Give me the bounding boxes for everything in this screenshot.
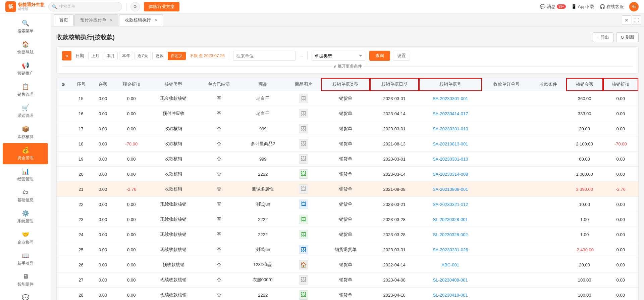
bill-no-link[interactable]: SA-20230301-010 (433, 126, 468, 131)
message-btn[interactable]: 💬 消息 99+ (540, 4, 566, 10)
data-table-container: ⚙ 序号 余额 现金折扣 核销类型 包含已结清 商品 商品图片 核销单据类型 核… (56, 78, 639, 300)
sales-icon: 📋 (22, 83, 29, 90)
date-btn-more[interactable]: 更多 (152, 52, 166, 60)
export-icon: ↑ (597, 35, 599, 40)
th-settings: ⚙ (57, 78, 70, 91)
sidebar-item-purchase[interactable]: 🛒 采购管理 (0, 101, 51, 122)
data-table: ⚙ 序号 余额 现金折扣 核销类型 包含已结清 商品 商品图片 核销单据类型 核… (57, 78, 638, 300)
expand-more-row[interactable]: ∨ 展开更多条件 (62, 63, 633, 69)
th-cancel-type: 核销类型 (149, 78, 198, 91)
tab-close-btn[interactable]: ✕ (622, 15, 631, 25)
sidebar-item-marketing[interactable]: 📢 营销推广 (0, 58, 51, 80)
page-content: 收款核销执行(按收款) ↑ 导出 ↻ 刷新 » (51, 27, 644, 300)
sidebar-item-wechat[interactable]: 💬 企业微信 (0, 291, 51, 300)
settings-btn[interactable]: 设置 (393, 51, 410, 61)
date-range-text: 不限 至 2023-07-26 (190, 53, 225, 59)
table-row: 160.000.00预付冲应收否老白干🖼销货单2023-04-14SA-2023… (57, 106, 638, 121)
sidebar-item-quicknav[interactable]: 🏠 快捷导航 (0, 37, 51, 58)
main-layout: 🔍 搜索菜单 🏠 快捷导航 📢 营销推广 📋 销售管理 🛒 采购管理 📦 库存核… (0, 13, 644, 300)
product-thumbnail: 🖼 (299, 290, 308, 300)
page-title-bar: 收款核销执行(按收款) ↑ 导出 ↻ 刷新 (56, 32, 639, 42)
bill-no-link[interactable]: SA-20230331-026 (433, 247, 468, 252)
filter-expand-btn[interactable]: » (62, 51, 71, 60)
product-thumbnail: 🖼 (299, 200, 308, 209)
partner-input[interactable] (233, 51, 296, 61)
trial-btn[interactable]: 体验行业方案 (144, 2, 179, 11)
sidebar-item-guide[interactable]: 📖 新手引导 (0, 249, 51, 270)
tab-home[interactable]: 首页 (54, 14, 74, 26)
home-icon: 🏠 (22, 41, 29, 48)
bill-no-link[interactable]: SA-20230314-008 (433, 172, 468, 177)
logo-icon: 畅 (5, 1, 16, 12)
inventory-icon: 📦 (22, 125, 29, 133)
refresh-icon: ↻ (621, 35, 624, 40)
product-thumbnail: 🖼 (299, 154, 308, 164)
enterprise-icon: 🤝 (22, 231, 29, 238)
th-balance: 余额 (92, 78, 114, 91)
th-include-settled: 包含已结清 (198, 78, 240, 91)
table-row: 240.000.00现续收款核销否2222🖼销货单2023-03-28SL-20… (57, 227, 638, 242)
online-service-btn[interactable]: 🎧 在线客服 (600, 4, 624, 10)
sidebar-item-basic-info[interactable]: 🗂 基础信息 (0, 185, 51, 206)
table-row: 220.000.00现续收款核销否测试jun🖼销货单2023-03-21SA-2… (57, 197, 638, 212)
th-cancel-discount: 核销折扣 (603, 78, 638, 91)
export-btn[interactable]: ↑ 导出 (593, 32, 614, 42)
tab-close-prepay[interactable]: ✕ (110, 18, 113, 23)
tab-cancel[interactable]: 收款核销执行 ✕ (119, 14, 163, 26)
sidebar-item-enterprise[interactable]: 🤝 企业协同 (0, 227, 51, 249)
management-icon: 📊 (22, 168, 29, 175)
system-icon: ⚙️ (22, 210, 29, 217)
bill-no-link[interactable]: SA-20210813-001 (433, 141, 468, 146)
product-thumbnail: 🏠 (299, 260, 308, 269)
app-download-btn[interactable]: 📱 App下载 (571, 4, 594, 10)
bill-no-link[interactable]: SA-20230321-012 (433, 202, 468, 207)
product-thumbnail: 🖼 (299, 245, 308, 254)
bill-no-link[interactable]: ABC-001 (441, 262, 459, 267)
refresh-btn[interactable]: ↻ 刷新 (616, 32, 639, 42)
product-thumbnail: 🖼 (299, 94, 308, 103)
table-row: 280.000.00现续收款核销否2222🖼销货单2023-04-18SL-20… (57, 288, 638, 300)
search-box[interactable]: 🔍 搜索菜单 (48, 2, 122, 11)
search-icon: 🔍 (52, 4, 57, 9)
bill-no-link[interactable]: SA-20230301-001 (433, 96, 468, 101)
tab-prepay[interactable]: 预付冲应付单 ✕ (74, 14, 118, 26)
sidebar-item-inventory[interactable]: 📦 库存核算 (0, 122, 51, 143)
content-area: 首页 预付冲应付单 ✕ 收款核销执行 ✕ ✕ ⛶ 收款核销执行(按收款) ↑ (51, 13, 644, 300)
bill-no-link[interactable]: SL-20230328-001 (433, 217, 468, 222)
date-btn-last-month[interactable]: 上月 (88, 52, 102, 60)
table-row: 270.000.00现续收款核销否衣服00001🖼销货单2023-04-08SL… (57, 272, 638, 288)
bill-no-link[interactable]: SL-20230328-002 (433, 232, 468, 237)
settings-icon[interactable]: ⚙ (130, 2, 140, 11)
bill-no-link[interactable]: SL-20230408-001 (433, 277, 468, 283)
user-avatar[interactable]: Rit (629, 2, 639, 11)
date-btn-custom[interactable]: 自定义 (168, 52, 186, 60)
sidebar-item-finance[interactable]: 💰 资金管理 (3, 143, 48, 164)
date-btn-this-year[interactable]: 本年 (119, 52, 133, 60)
product-thumbnail: 🖼 (299, 139, 308, 148)
bill-no-link[interactable]: SA-20210808-001 (433, 187, 468, 192)
top-bar: 畅 畅捷通好生意 标维版 🔍 搜索菜单 ⚙ 体验行业方案 💬 消息 99+ 📱 … (0, 0, 644, 13)
th-cash-discount: 现金折扣 (114, 78, 149, 91)
sidebar-item-hardware[interactable]: 🖥 智能硬件 (0, 270, 51, 291)
th-receipt-order-no: 收款单订单号 (482, 78, 531, 91)
sidebar-item-sales[interactable]: 📋 销售管理 (0, 80, 51, 101)
order-type-select[interactable]: 单据类型 (312, 51, 365, 61)
bill-no-link[interactable]: SL-20230418-001 (433, 293, 468, 298)
partner-more-btn[interactable]: ··· (300, 53, 303, 58)
tab-close-cancel[interactable]: ✕ (154, 18, 157, 22)
date-btn-this-month[interactable]: 本月 (104, 52, 118, 60)
query-btn[interactable]: 查询 (369, 51, 390, 61)
product-thumbnail: 🖼 (299, 275, 308, 285)
tab-maximize-btn[interactable]: ⛶ (632, 15, 641, 25)
tab-bar: 首页 预付冲应付单 ✕ 收款核销执行 ✕ ✕ ⛶ (51, 13, 644, 27)
product-thumbnail: 🖼 (299, 215, 308, 224)
sidebar-item-search[interactable]: 🔍 搜索菜单 (0, 16, 51, 37)
bill-no-link[interactable]: SA-20230301-010 (433, 157, 468, 162)
sidebar-item-management[interactable]: 📊 经营管理 (0, 164, 51, 185)
product-thumbnail: 🖼 (299, 184, 308, 194)
product-thumbnail: 🖼 (299, 230, 308, 239)
th-receipt-condition: 收款条件 (531, 78, 566, 91)
date-btn-7days[interactable]: 近7天 (135, 52, 151, 60)
bill-no-link[interactable]: SA-20230414-017 (433, 111, 468, 116)
sidebar-item-system[interactable]: ⚙️ 系统管理 (0, 206, 51, 227)
